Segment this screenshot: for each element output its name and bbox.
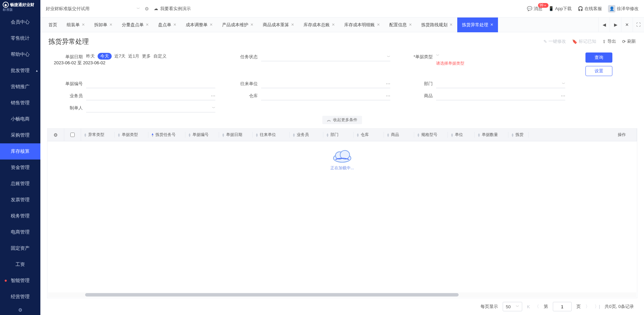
close-icon[interactable]: ✕ (146, 23, 149, 27)
messages-button[interactable]: 💬 消息 99＋ (527, 6, 542, 12)
col-checkbox[interactable] (64, 129, 81, 141)
table-column-header[interactable]: ▲▼异常类型 (81, 132, 115, 138)
sort-icon[interactable]: ▲▼ (188, 133, 191, 137)
tab[interactable]: 拣货异常处理✕ (457, 18, 498, 32)
table-column-header[interactable]: ▲▼拣货 (508, 132, 529, 138)
table-column-header[interactable]: ▲▼仓库 (354, 132, 384, 138)
page-size-select[interactable]: 50 ﹀ (503, 302, 522, 311)
table-column-header[interactable]: ▲▼拣货任务号 (148, 132, 185, 138)
col-settings[interactable]: ⚙ (47, 129, 64, 141)
close-icon[interactable]: ✕ (409, 23, 412, 27)
dept-select[interactable]: ﹀ (436, 79, 565, 88)
table-column-header[interactable]: ▲▼单据类型 (115, 132, 148, 138)
support-button[interactable]: 🎧 在线客服 (578, 6, 602, 12)
tab[interactable]: 库存成本明细账✕ (339, 18, 385, 32)
sidebar-item[interactable]: 智能管理 (0, 273, 40, 289)
sidebar-item[interactable]: 会员中心 (0, 14, 40, 30)
sort-icon[interactable]: ▲▼ (117, 133, 120, 137)
sort-icon[interactable]: ▲▼ (222, 133, 225, 137)
goods-select[interactable]: ⋯ (436, 92, 565, 100)
date-chip[interactable]: 更多 (142, 53, 151, 59)
tab[interactable]: 分量盘点单✕ (117, 18, 153, 32)
close-icon[interactable]: ✕ (450, 23, 453, 27)
sidebar-item[interactable]: 销售管理 (0, 95, 40, 111)
refresh-button[interactable]: ⟳ 刷新 (622, 38, 636, 44)
close-icon[interactable]: ✕ (250, 23, 253, 27)
tab[interactable]: 配置信息✕ (385, 18, 417, 32)
date-chip[interactable]: 自定义 (153, 53, 167, 59)
sort-icon[interactable]: ▲▼ (511, 133, 514, 137)
page-next[interactable]: 〉 (585, 304, 590, 310)
horizontal-scrollbar[interactable] (48, 292, 636, 297)
tabs-prev[interactable]: ◀ (598, 18, 610, 32)
user-menu[interactable]: 👤 徐泽华修改 (608, 5, 639, 12)
sort-icon[interactable]: ▲▼ (387, 133, 390, 137)
close-icon[interactable]: ✕ (109, 23, 112, 27)
tab[interactable]: 拆卸单✕ (90, 18, 117, 32)
sidebar-item[interactable]: 批发管理▴ (0, 63, 40, 79)
doc-type-select[interactable]: ﹀ (436, 53, 565, 60)
date-chip[interactable]: 近7天 (114, 53, 126, 59)
doc-no-input[interactable] (86, 79, 215, 88)
sidebar-item[interactable]: 资金管理 (0, 160, 40, 176)
sort-icon[interactable]: ▲▼ (151, 133, 154, 137)
table-column-header[interactable]: ▲▼业务员 (290, 132, 323, 138)
app-download-button[interactable]: 📱 App下载 (548, 6, 572, 12)
tab[interactable]: 拣货路线规划✕ (417, 18, 457, 32)
sidebar-item[interactable]: 固定资产 (0, 240, 40, 256)
page-prev[interactable]: 〈 (535, 304, 539, 310)
sort-icon[interactable]: ▲▼ (477, 133, 480, 137)
warehouse-select[interactable]: ⋯ (261, 92, 390, 100)
sidebar-settings[interactable]: ⚙ (0, 305, 40, 315)
tab[interactable]: 盘点单✕ (153, 18, 181, 32)
scrollbar-thumb[interactable] (85, 293, 459, 296)
export-button[interactable]: ⇪ 导出 (602, 38, 616, 44)
date-chip[interactable]: 近1月 (128, 53, 139, 59)
tabs-fullscreen[interactable]: ⛶ (633, 18, 644, 32)
table-column-header[interactable]: ▲▼规格型号 (414, 132, 448, 138)
tab[interactable]: 产品成本维护✕ (217, 18, 258, 32)
close-icon[interactable]: ✕ (377, 23, 380, 27)
sort-icon[interactable]: ▲▼ (292, 133, 295, 137)
close-icon[interactable]: ✕ (210, 23, 213, 27)
sidebar-item[interactable]: 电商管理 (0, 224, 40, 240)
page-first[interactable]: K (527, 304, 530, 309)
tabs-next[interactable]: ▶ (610, 18, 621, 32)
sidebar-item[interactable]: 小畅电商 (0, 111, 40, 127)
tabs-close-all[interactable]: ✕ (621, 18, 633, 32)
sidebar-item[interactable]: 零售统计 (0, 30, 40, 46)
sales-select[interactable]: ⋯ (86, 92, 215, 100)
tab[interactable]: 首页 (44, 18, 62, 32)
table-column-header[interactable]: ▲▼往来单位 (253, 132, 290, 138)
date-chip[interactable]: 昨天 (86, 53, 95, 59)
top-settings-icon[interactable]: ⚙ (145, 6, 149, 11)
sort-icon[interactable]: ▲▼ (417, 133, 420, 137)
table-column-header[interactable]: ▲▼单据编号 (185, 132, 219, 138)
sort-icon[interactable]: ▲▼ (356, 133, 359, 137)
date-chip[interactable]: 今天 (98, 53, 112, 60)
sidebar-item[interactable]: 税务管理 (0, 208, 40, 224)
sort-icon[interactable]: ▲▼ (255, 133, 258, 137)
table-column-header[interactable]: ▲▼单位 (448, 132, 475, 138)
sort-icon[interactable]: ▲▼ (451, 133, 454, 137)
sidebar-item[interactable]: 总账管理 (0, 176, 40, 192)
sort-icon[interactable]: ▲▼ (84, 133, 87, 137)
sidebar-item[interactable]: 工资 (0, 256, 40, 273)
sort-icon[interactable]: ▲▼ (326, 133, 329, 137)
party-select[interactable]: ⋯ (261, 79, 390, 88)
page-last[interactable]: 〉| (595, 304, 600, 310)
tab[interactable]: 商品成本重算✕ (258, 18, 299, 32)
table-column-header[interactable]: ▲▼单据日期 (219, 132, 253, 138)
sidebar-item[interactable]: 库存核算 (0, 143, 40, 160)
table-column-header[interactable]: ▲▼单据数量 (475, 132, 508, 138)
close-icon[interactable]: ✕ (332, 23, 335, 27)
demo-link[interactable]: ☁ 我要看实例演示 (154, 6, 191, 12)
settings-button[interactable]: 设置 (585, 66, 612, 76)
table-column-header[interactable]: ▲▼商品 (384, 132, 414, 138)
select-all-checkbox[interactable] (70, 133, 75, 137)
close-icon[interactable]: ✕ (490, 23, 493, 27)
sidebar-item[interactable]: 经营管理 (0, 289, 40, 305)
sidebar-item[interactable]: 帮助中心 (0, 46, 40, 63)
page-input[interactable] (553, 302, 572, 311)
close-icon[interactable]: ✕ (291, 23, 294, 27)
